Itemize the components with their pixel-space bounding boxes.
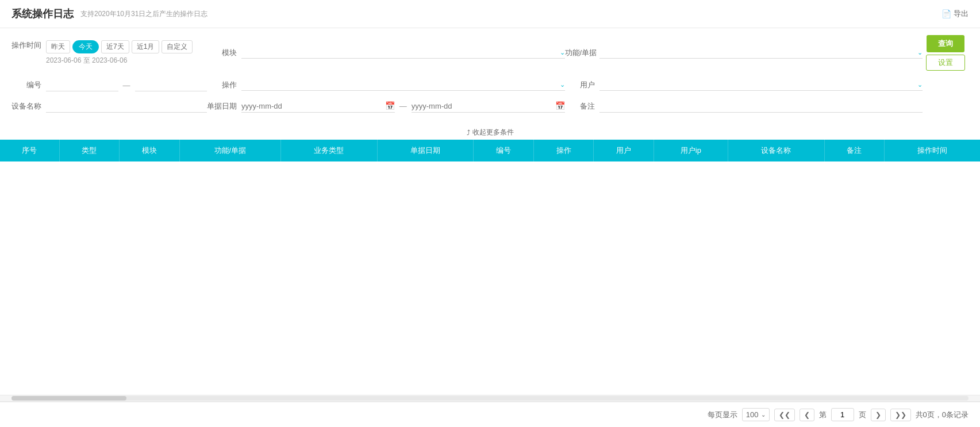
table-container: 序号 类型 模块 功能/单据 业务类型 单据日期 编号 操作 用户 用户ip 设… — [0, 140, 980, 395]
page-size-arrow-icon: ⌄ — [761, 411, 766, 418]
remark-filter-col: 备注 — [565, 100, 923, 113]
date-start-wrap: 📅 — [241, 99, 395, 113]
module-dropdown-icon: ⌄ — [560, 49, 565, 56]
export-button[interactable]: 📄 导出 — [941, 9, 969, 19]
user-filter-col: 用户 ⌄ — [565, 79, 923, 91]
time-buttons: 昨天 今天 近7天 近1月 自定义 — [46, 40, 193, 53]
table-header: 序号 类型 模块 功能/单据 业务类型 单据日期 编号 操作 用户 用户ip 设… — [0, 140, 980, 161]
table-header-row: 序号 类型 模块 功能/单据 业务类型 单据日期 编号 操作 用户 用户ip 设… — [0, 140, 980, 161]
data-table: 序号 类型 模块 功能/单据 业务类型 单据日期 编号 操作 用户 用户ip 设… — [0, 140, 980, 161]
col-header-device: 设备名称 — [728, 140, 824, 161]
settings-button[interactable]: 设置 — [926, 55, 965, 71]
col-header-func: 功能/单据 — [179, 140, 280, 161]
date-filter-col: 单据日期 📅 — 📅 — [207, 99, 565, 113]
next-page-button[interactable]: ❯ — [871, 409, 886, 421]
page-header: 系统操作日志 支持2020年10月31日之后产生的操作日志 📄 导出 — [0, 0, 980, 28]
scrollbar-thumb[interactable] — [11, 396, 126, 401]
col-header-index: 序号 — [0, 140, 59, 161]
col-header-num: 编号 — [474, 140, 533, 161]
filter-row-2: 编号 — 操作 ⌄ 用户 — [11, 79, 969, 91]
op-dropdown-icon: ⌄ — [560, 81, 565, 89]
page-label: 第 — [819, 410, 827, 420]
page-size-select[interactable]: 100 ⌄ — [742, 408, 770, 421]
remark-label: 备注 — [565, 101, 595, 111]
num-range-dash: — — [123, 81, 130, 90]
col-header-op: 操作 — [533, 140, 593, 161]
prev-page-button[interactable]: ❮ — [800, 409, 814, 421]
remark-input[interactable] — [599, 100, 923, 113]
scrollbar-track — [11, 396, 969, 401]
total-info: 共0页，0条记录 — [916, 410, 969, 420]
date-range-dash: — — [399, 102, 407, 110]
time-range-display: 2023-06-06 至 2023-06-06 — [46, 56, 193, 66]
user-dropdown-icon: ⌄ — [917, 81, 923, 89]
time-btn-1month[interactable]: 近1月 — [132, 40, 160, 53]
device-filter-col: 设备名称 — [11, 100, 207, 113]
col-header-op-time: 操作时间 — [884, 140, 980, 161]
collapse-up-icon: ⤴ — [467, 129, 470, 137]
device-input[interactable] — [46, 100, 207, 113]
date-end-input[interactable] — [412, 102, 553, 110]
page-input[interactable] — [831, 408, 854, 421]
func-label: 功能/单据 — [565, 48, 595, 58]
action-buttons-col: 查询 设置 — [923, 35, 969, 71]
user-label: 用户 — [565, 80, 595, 90]
op-filter-col: 操作 ⌄ — [207, 79, 565, 91]
page-size-label: 每页显示 — [708, 410, 737, 420]
module-label: 模块 — [207, 48, 237, 58]
device-label: 设备名称 — [11, 101, 41, 111]
func-dropdown-icon: ⌄ — [917, 49, 923, 56]
num-filter-col: 编号 — — [11, 79, 207, 91]
pagination-bar: 每页显示 100 ⌄ ❮❮ ❮ 第 页 ❯ ❯❯ 共0页，0条记录 — [0, 402, 980, 427]
time-label: 操作时间 — [11, 40, 41, 51]
op-select[interactable]: ⌄ — [241, 79, 565, 91]
first-page-button[interactable]: ❮❮ — [774, 409, 795, 421]
col-header-user: 用户 — [594, 140, 654, 161]
page-size-value: 100 — [746, 410, 759, 419]
col-header-remark: 备注 — [824, 140, 884, 161]
col-header-module: 模块 — [120, 140, 179, 161]
module-select[interactable]: ⌄ — [241, 47, 565, 59]
export-icon: 📄 — [941, 9, 951, 18]
time-btn-custom[interactable]: 自定义 — [162, 40, 193, 53]
time-filter-col: 操作时间 昨天 今天 近7天 近1月 自定义 2023-06-06 至 2023… — [11, 40, 207, 66]
calendar-end-icon[interactable]: 📅 — [555, 101, 565, 110]
time-btn-today[interactable]: 今天 — [72, 40, 99, 53]
header-right: 📄 导出 — [941, 9, 969, 19]
col-header-date: 单据日期 — [377, 140, 474, 161]
last-page-button[interactable]: ❯❯ — [890, 409, 911, 421]
col-header-ip: 用户ip — [654, 140, 728, 161]
filter-row-3: 设备名称 单据日期 📅 — 📅 — [11, 99, 969, 113]
page-title: 系统操作日志 — [11, 7, 74, 21]
page-unit: 页 — [859, 410, 866, 420]
col-header-biz-type: 业务类型 — [281, 140, 378, 161]
empty-area — [0, 161, 980, 357]
func-select[interactable]: ⌄ — [599, 47, 923, 59]
page-wrapper: 系统操作日志 支持2020年10月31日之后产生的操作日志 📄 导出 操作时间 … — [0, 0, 980, 427]
filter-section: 操作时间 昨天 今天 近7天 近1月 自定义 2023-06-06 至 2023… — [0, 28, 980, 140]
page-subtitle: 支持2020年10月31日之后产生的操作日志 — [80, 9, 207, 19]
query-button[interactable]: 查询 — [927, 35, 964, 52]
func-filter-col: 功能/单据 ⌄ — [565, 47, 923, 59]
module-filter-col: 模块 ⌄ — [207, 47, 565, 59]
filter-row-1: 操作时间 昨天 今天 近7天 近1月 自定义 2023-06-06 至 2023… — [11, 35, 969, 71]
op-label: 操作 — [207, 80, 237, 90]
time-btn-7days[interactable]: 近7天 — [101, 40, 129, 53]
time-filter-content: 昨天 今天 近7天 近1月 自定义 2023-06-06 至 2023-06-0… — [46, 40, 193, 66]
date-start-input[interactable] — [241, 102, 383, 110]
date-label: 单据日期 — [207, 101, 237, 111]
time-btn-yesterday[interactable]: 昨天 — [46, 40, 70, 53]
filter-rows: 操作时间 昨天 今天 近7天 近1月 自定义 2023-06-06 至 2023… — [11, 35, 969, 123]
collapse-bar: ⤴ 收起更多条件 — [11, 123, 969, 140]
col-header-type: 类型 — [59, 140, 119, 161]
num-input-left[interactable] — [46, 79, 118, 91]
num-input-right[interactable] — [135, 79, 207, 91]
num-label: 编号 — [11, 80, 41, 90]
collapse-button[interactable]: ⤴ 收起更多条件 — [467, 128, 514, 137]
user-select[interactable]: ⌄ — [599, 79, 923, 91]
calendar-start-icon[interactable]: 📅 — [385, 101, 395, 110]
horizontal-scrollbar[interactable] — [0, 395, 980, 402]
date-end-wrap: 📅 — [412, 99, 565, 113]
